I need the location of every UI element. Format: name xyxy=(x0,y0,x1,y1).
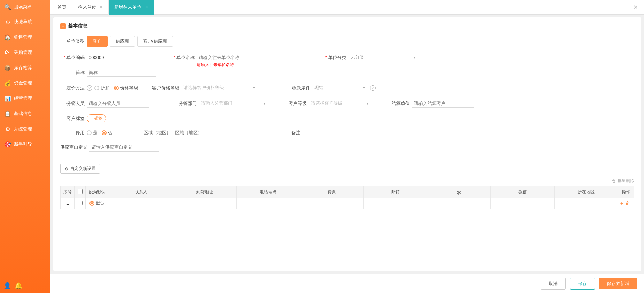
address-input[interactable] xyxy=(175,201,234,206)
code-input[interactable] xyxy=(87,54,156,62)
department-label: 分管部门 xyxy=(172,100,197,107)
row-contact[interactable] xyxy=(109,198,173,209)
save-new-button[interactable]: 保存并新增 xyxy=(599,278,637,289)
btn-customer-supplier[interactable]: 客户/供应商 xyxy=(137,36,173,47)
name-error: 请输入往来单位名称 xyxy=(197,62,234,68)
row-no: 1 xyxy=(61,198,75,209)
sidebar-item-basic-info[interactable]: 📋 基础信息 xyxy=(0,106,50,121)
name-label: 单位名称 xyxy=(170,55,195,61)
batch-delete[interactable]: 🗑 批量删除 xyxy=(60,178,634,184)
customer-tag-row: 客户标签 + 标签 xyxy=(60,114,634,122)
select-all-checkbox[interactable] xyxy=(78,189,83,194)
section-icon: ▪ xyxy=(60,23,66,29)
sidebar-item-system[interactable]: ⚙ 系统管理 xyxy=(0,121,50,137)
row-region[interactable] xyxy=(555,198,618,209)
pricing-help-icon[interactable]: ? xyxy=(87,85,92,91)
payment-help-icon[interactable]: ? xyxy=(370,85,376,91)
customer-tag-label: 客户标签 xyxy=(60,115,85,122)
category-select[interactable]: 未分类 ▼ xyxy=(348,53,418,62)
manager-ellipsis[interactable]: ··· xyxy=(151,101,158,106)
customer-price-level-placeholder: 请选择客户价格等级 xyxy=(183,84,251,91)
sidebar-item-sales[interactable]: 🏠 销售管理 xyxy=(0,30,50,45)
row-address[interactable] xyxy=(173,198,236,209)
manager-input[interactable] xyxy=(87,99,149,108)
code-name-category-row: 单位编码 单位名称 请输入往来单位名称 单位分类 未分类 ▼ xyxy=(60,53,634,62)
tab-new-partner[interactable]: 新增往来单位 ✕ xyxy=(109,0,154,15)
region-label: 区域（地区） xyxy=(144,130,171,136)
sidebar-item-quick-nav[interactable]: ⊙ 快捷导航 xyxy=(0,14,50,30)
department-select[interactable]: 请输入分管部门 ▼ xyxy=(199,99,268,108)
sidebar-item-operations[interactable]: 📊 经营管理 xyxy=(0,91,50,106)
sidebar-item-finance[interactable]: 💰 资金管理 xyxy=(0,75,50,91)
region-input[interactable] xyxy=(173,129,236,137)
table-row: 1 默认 xyxy=(61,198,634,209)
wechat-input[interactable] xyxy=(493,201,552,206)
supplier-custom-input[interactable] xyxy=(89,143,159,152)
sidebar: 🔍 搜索菜单 ⊙ 快捷导航 🏠 销售管理 🛍 采购管理 📦 库存核算 💰 资金管… xyxy=(0,0,50,293)
supplier-custom-label: 供应商自定义 xyxy=(60,144,87,150)
notification-icon[interactable]: 🔔 xyxy=(15,282,22,290)
radio-yes[interactable]: 是 xyxy=(87,130,97,136)
btn-supplier[interactable]: 供应商 xyxy=(110,36,135,47)
sidebar-item-inventory[interactable]: 📦 库存核算 xyxy=(0,60,50,75)
disabled-row: 停用 是 否 区域（地区） ··· xyxy=(60,129,634,137)
save-button[interactable]: 保存 xyxy=(570,278,595,290)
contact-input[interactable] xyxy=(111,201,171,206)
add-tag-button[interactable]: + 标签 xyxy=(87,114,106,122)
supplier-custom-row: 供应商自定义 xyxy=(60,143,634,152)
add-row-icon[interactable]: + xyxy=(620,201,623,206)
list-icon: 📋 xyxy=(4,110,11,117)
row-qq[interactable] xyxy=(427,198,491,209)
customer-price-level-select[interactable]: 请选择客户价格等级 ▼ xyxy=(181,83,258,92)
row-fax[interactable] xyxy=(300,198,364,209)
main-area: 首页 往来单位 ✕ 新增往来单位 ✕ ✕ ▪ 基本信息 单位类型 客户 供应商 … xyxy=(50,0,644,293)
radio-no[interactable]: 否 xyxy=(102,130,112,136)
customer-price-level-label: 客户价格等级 xyxy=(152,85,179,91)
phone-input[interactable] xyxy=(239,201,298,206)
col-email: 邮箱 xyxy=(363,186,427,198)
sidebar-item-new-guide[interactable]: 🎯 新手引导 xyxy=(0,137,50,152)
remarks-input[interactable] xyxy=(303,129,407,137)
fax-input[interactable] xyxy=(302,201,361,206)
qq-input[interactable] xyxy=(430,201,489,206)
tab-home[interactable]: 首页 xyxy=(54,0,72,15)
settlement-input[interactable] xyxy=(412,99,474,108)
gear-icon: ⚙ xyxy=(4,125,11,132)
tabbar-close-all[interactable]: ✕ xyxy=(630,4,641,10)
name-input[interactable] xyxy=(197,54,287,62)
custom-settings-button[interactable]: ⚙ 自定义项设置 xyxy=(60,164,100,174)
row-email[interactable] xyxy=(363,198,427,209)
btn-customer[interactable]: 客户 xyxy=(87,36,108,47)
unit-type-row: 单位类型 客户 供应商 客户/供应商 xyxy=(60,36,634,47)
row-default-radio[interactable]: 默认 xyxy=(88,200,107,206)
col-contact: 联系人 xyxy=(109,186,173,198)
radio-price-level[interactable]: 价格等级 xyxy=(114,85,138,91)
tab-partners[interactable]: 往来单位 ✕ xyxy=(72,0,109,15)
chart-icon: 📊 xyxy=(4,95,11,102)
code-label: 单位编码 xyxy=(60,55,85,61)
email-input[interactable] xyxy=(366,201,425,206)
delete-row-icon[interactable]: 🗑 xyxy=(625,201,630,206)
cancel-button[interactable]: 取消 xyxy=(541,278,566,290)
bottom-bar: 取消 保存 保存并新增 xyxy=(50,274,644,293)
user-icon[interactable]: 👤 xyxy=(3,282,11,290)
row-default-dot xyxy=(91,202,93,204)
row-checkbox[interactable] xyxy=(78,201,83,205)
tab-new-partner-close[interactable]: ✕ xyxy=(145,5,148,9)
row-wechat[interactable] xyxy=(491,198,555,209)
radio-discount[interactable]: 折扣 xyxy=(94,85,110,91)
region-ellipsis[interactable]: ··· xyxy=(238,130,245,136)
settlement-ellipsis[interactable]: ··· xyxy=(477,101,484,106)
tab-partners-close[interactable]: ✕ xyxy=(100,5,103,9)
customer-level-select[interactable]: 请选择客户等级 ▼ xyxy=(309,99,371,108)
region-cell-input[interactable] xyxy=(557,201,616,206)
sidebar-item-purchase[interactable]: 🛍 采购管理 xyxy=(0,45,50,60)
short-name-input[interactable] xyxy=(87,68,156,77)
col-default: 设为默认 xyxy=(85,186,109,198)
sidebar-item-search[interactable]: 🔍 搜索菜单 xyxy=(0,0,50,14)
payment-terms-select[interactable]: 现结 ▼ xyxy=(312,83,368,92)
contact-table-wrapper: 序号 设为默认 联系人 到货地址 电话号码 传真 邮箱 qq 微信 所在地区 操… xyxy=(60,186,634,209)
section-divider xyxy=(60,158,634,158)
radio-dot xyxy=(115,87,117,89)
row-phone[interactable] xyxy=(236,198,300,209)
